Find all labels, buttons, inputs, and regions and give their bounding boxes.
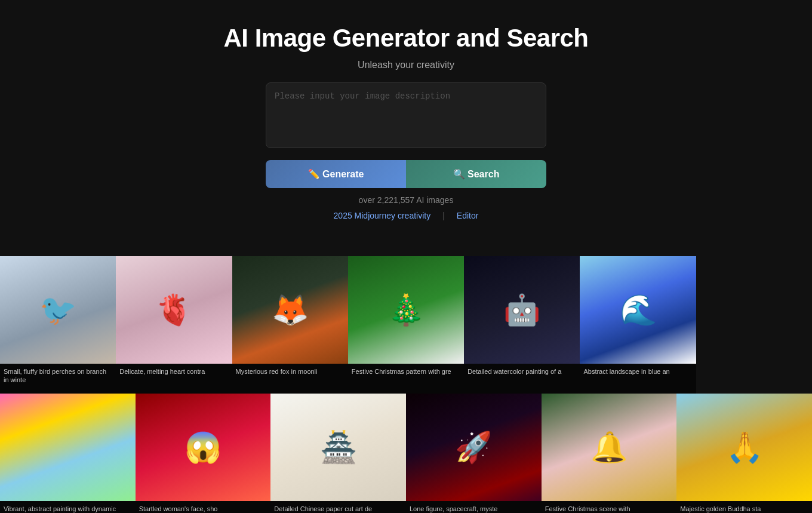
image-caption-christmas: Festive Christmas pattern with gre <box>348 364 464 394</box>
image-placeholder-bell <box>542 394 677 501</box>
generate-button[interactable]: ✏️ Generate <box>266 160 406 188</box>
midjourney-link[interactable]: 2025 Midjourney creativity <box>334 211 431 220</box>
image-placeholder-bird <box>0 256 116 364</box>
hero-subtitle: Unleash your creativity <box>12 60 800 70</box>
image-placeholder-space <box>406 394 542 501</box>
image-placeholder-christmas <box>348 256 464 364</box>
image-placeholder-heart <box>116 256 232 364</box>
image-caption-abstract-blue: Abstract landscape in blue an <box>580 364 696 394</box>
hero-section: AI Image Generator and Search Unleash yo… <box>0 0 812 256</box>
image-caption-bell: Festive Christmas scene with <box>542 501 677 513</box>
action-buttons: ✏️ Generate 🔍 Search <box>266 160 546 188</box>
image-caption-robot: Detailed watercolor painting of a <box>464 364 580 394</box>
prompt-input[interactable] <box>266 82 546 148</box>
image-placeholder-colorful <box>0 394 136 501</box>
image-count-label: over 2,221,557 AI images <box>12 195 800 205</box>
image-grid-row1: Small, fluffy bird perches on branch in … <box>0 256 812 394</box>
image-card-colorful[interactable]: Vibrant, abstract painting with dynamic … <box>0 394 136 513</box>
image-card-abstract-blue[interactable]: Abstract landscape in blue an <box>580 256 696 394</box>
image-grid-row2: Vibrant, abstract painting with dynamic … <box>0 394 812 513</box>
nav-links: 2025 Midjourney creativity | Editor <box>12 211 800 220</box>
image-card-space[interactable]: Lone figure, spacecraft, myste <box>406 394 542 513</box>
image-placeholder-buddha <box>676 394 812 501</box>
search-button[interactable]: 🔍 Search <box>406 160 546 188</box>
page-title: AI Image Generator and Search <box>12 24 800 53</box>
image-placeholder-scared <box>136 394 271 501</box>
image-caption-space: Lone figure, spacecraft, myste <box>406 501 542 513</box>
editor-link[interactable]: Editor <box>457 211 479 220</box>
image-placeholder-robot <box>464 256 580 364</box>
image-card-chinese-art[interactable]: Detailed Chinese paper cut art de <box>270 394 406 513</box>
image-placeholder-chinese-art <box>270 394 406 501</box>
link-divider: | <box>442 211 445 220</box>
image-caption-chinese-art: Detailed Chinese paper cut art de <box>270 501 406 513</box>
image-card-fox[interactable]: Mysterious red fox in moonli <box>232 256 348 394</box>
image-caption-bird: Small, fluffy bird perches on branch in … <box>0 364 116 394</box>
image-placeholder-abstract-blue <box>580 256 696 364</box>
image-caption-scared: Startled woman's face, sho <box>136 501 271 513</box>
prompt-wrapper <box>266 82 546 150</box>
image-card-robot[interactable]: Detailed watercolor painting of a <box>464 256 580 394</box>
image-caption-heart: Delicate, melting heart contra <box>116 364 232 394</box>
image-caption-buddha: Majestic golden Buddha sta <box>676 501 812 513</box>
image-card-scared[interactable]: Startled woman's face, sho <box>136 394 271 513</box>
image-placeholder-fox <box>232 256 348 364</box>
image-caption-fox: Mysterious red fox in moonli <box>232 364 348 394</box>
image-card-bell[interactable]: Festive Christmas scene with <box>542 394 677 513</box>
image-caption-colorful: Vibrant, abstract painting with dynamic … <box>0 501 136 513</box>
image-card-buddha[interactable]: Majestic golden Buddha sta <box>676 394 812 513</box>
image-card-bird[interactable]: Small, fluffy bird perches on branch in … <box>0 256 116 394</box>
image-card-christmas[interactable]: Festive Christmas pattern with gre <box>348 256 464 394</box>
image-card-heart[interactable]: Delicate, melting heart contra <box>116 256 232 394</box>
